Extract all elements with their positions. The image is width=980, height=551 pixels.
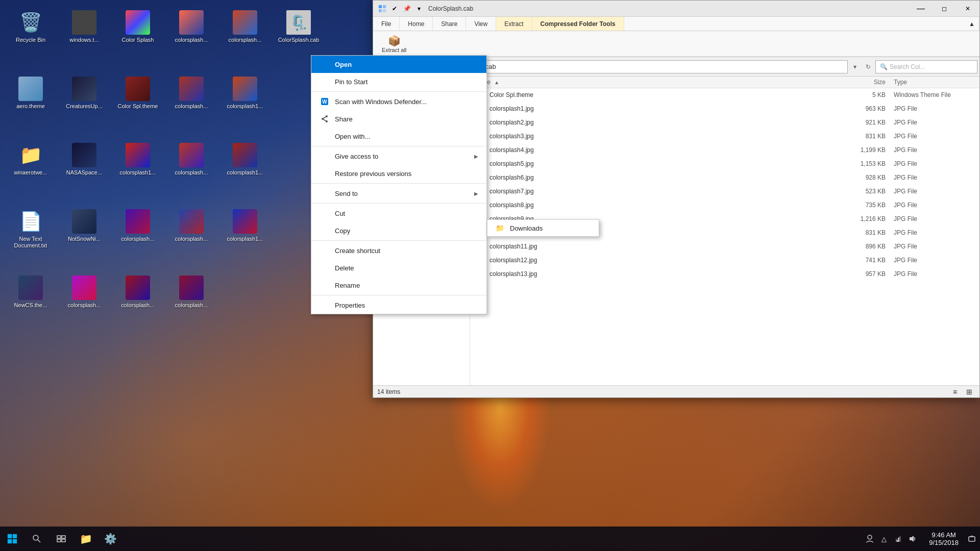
desktop-icon-cs12[interactable]: colorsplash... — [112, 270, 163, 337]
desktop-icon-new-text[interactable]: 📄 New Text Document.txt — [5, 204, 56, 270]
file-item[interactable]: 🎭 Color Spl.theme 5 KB Windows Theme Fil… — [470, 88, 979, 102]
file-item[interactable]: 🖼️ colorsplash13.jpg 957 KB JPG File — [470, 267, 979, 281]
cs6-label: colorsplash... — [175, 169, 208, 176]
ctx-pin-to-start[interactable]: Pin to Start — [311, 73, 486, 90]
desktop-icon-colorsplash1[interactable]: colorsplash... — [166, 5, 217, 71]
tab-view[interactable]: View — [466, 17, 496, 31]
ctx-cut[interactable]: Cut — [311, 205, 486, 222]
maximize-button[interactable]: ◻ — [933, 1, 956, 17]
taskbar-search[interactable] — [24, 527, 49, 551]
desktop-icon-cs7[interactable]: colorsplash1... — [219, 138, 271, 204]
file-item[interactable]: 🖼️ colorsplash2.jpg 921 KB JPG File — [470, 116, 979, 130]
ctx-properties[interactable]: Properties — [311, 296, 486, 314]
ribbon-chevron[interactable]: ▲ — [965, 17, 979, 31]
ctx-give-access-arrow: ▶ — [474, 154, 478, 159]
file-item[interactable]: 🖼️ colorsplash7.jpg 523 KB JPG File — [470, 185, 979, 198]
taskbar-network-icon[interactable] — [891, 529, 905, 549]
file-item[interactable]: 🖼️ colorsplash5.jpg 1,153 KB JPG File — [470, 157, 979, 171]
recycle-bin-icon: 🗑️ — [18, 10, 43, 35]
file-name: colorsplash12.jpg — [489, 257, 843, 264]
desktop-icon-color-spl[interactable]: Color Spl.theme — [112, 71, 163, 138]
desktop-icon-recycle-bin[interactable]: 🗑️ Recycle Bin — [5, 5, 56, 71]
taskbar-task-view[interactable] — [49, 527, 74, 551]
ctx-restore[interactable]: Restore previous versions — [311, 165, 486, 182]
newcs-label: NewCS.the... — [14, 302, 47, 309]
send-to-downloads[interactable]: 📁 Downloads — [487, 220, 599, 236]
ctx-open-with[interactable]: Open with... — [311, 128, 486, 145]
ctx-create-shortcut[interactable]: Create shortcut — [311, 242, 486, 259]
taskbar-show-hidden-icon[interactable]: △ — [877, 529, 891, 549]
svg-rect-25 — [899, 537, 900, 542]
tab-extract[interactable]: Extract — [496, 17, 532, 31]
file-item[interactable]: 🖼️ colorsplash6.jpg 928 KB JPG File — [470, 171, 979, 185]
cs11-label: colorsplash... — [68, 302, 101, 309]
desktop-icon-cs11[interactable]: colorsplash... — [59, 270, 110, 337]
file-type: JPG File — [894, 160, 975, 167]
start-button[interactable] — [0, 527, 24, 551]
col-name-header[interactable]: Name ▲ — [474, 79, 843, 86]
ctx-share[interactable]: Share — [311, 110, 486, 128]
desktop-icon-nasa[interactable]: NASASpace... — [59, 138, 110, 204]
cs4-label: colorsplash1... — [227, 103, 263, 110]
col-type-header[interactable]: Type — [894, 79, 975, 86]
desktop-icon-cs10[interactable]: colorsplash1... — [219, 204, 271, 270]
ctx-open[interactable]: Open — [311, 56, 486, 73]
ctx-give-access-label: Give access to — [335, 153, 469, 160]
desktop-icon-cs13[interactable]: colorsplash... — [166, 270, 217, 337]
ctx-send-to[interactable]: Send to ▶ — [311, 185, 486, 202]
desktop-icon-not-snow[interactable]: NotSnowNi... — [59, 204, 110, 270]
desktop-icon-cs3[interactable]: colorsplash... — [166, 71, 217, 138]
taskbar-people-icon[interactable] — [863, 529, 877, 549]
cab-icon: 🗜️ — [286, 10, 311, 35]
desktop-icon-aero[interactable]: aero.theme — [5, 71, 56, 138]
file-type: Windows Theme File — [894, 91, 975, 98]
file-size: 523 KB — [843, 188, 894, 195]
ctx-delete[interactable]: Delete — [311, 259, 486, 277]
tab-share[interactable]: Share — [433, 17, 466, 31]
svg-text:W: W — [322, 99, 327, 105]
desktop-icon-winaerotwe[interactable]: 📁 winaerotwe... — [5, 138, 56, 204]
ctx-copy[interactable]: Copy — [311, 222, 486, 239]
ribbon-extract-all[interactable]: 📦 Extract all — [377, 32, 411, 56]
desktop-icon-newcs[interactable]: NewCS.the... — [5, 270, 56, 337]
file-size: 1,216 KB — [843, 215, 894, 222]
desktop-icon-cs4[interactable]: colorsplash1... — [219, 71, 271, 138]
nav-icon[interactable]: ▾ — [414, 4, 424, 14]
addr-chevron[interactable]: ▾ — [849, 60, 861, 73]
desktop-icon-color-splash[interactable]: Color Splash — [112, 5, 163, 71]
close-button[interactable]: ✕ — [956, 1, 979, 17]
details-view-button[interactable]: ≡ — [949, 387, 961, 397]
tab-home[interactable]: Home — [400, 17, 433, 31]
desktop-icon-cs5[interactable]: colorsplash1... — [112, 138, 163, 204]
desktop-icon-cs9[interactable]: colorsplash... — [166, 204, 217, 270]
desktop-icon-creatures[interactable]: CreaturesUp... — [59, 71, 110, 138]
search-box[interactable]: 🔍 Search Col... — [875, 60, 977, 73]
ctx-give-access[interactable]: Give access to ▶ — [311, 147, 486, 165]
ctx-copy-label: Copy — [335, 227, 478, 235]
file-item[interactable]: 🖼️ colorsplash4.jpg 1,199 KB JPG File — [470, 143, 979, 157]
tab-compressed-tools[interactable]: Compressed Folder Tools — [532, 17, 624, 31]
taskbar-settings[interactable]: ⚙️ — [98, 527, 122, 551]
file-size: 928 KB — [843, 174, 894, 181]
file-item[interactable]: 🖼️ colorsplash1.jpg 963 KB JPG File — [470, 102, 979, 116]
minimize-button[interactable]: — — [909, 1, 933, 17]
col-size-header[interactable]: Size — [843, 79, 894, 86]
desktop-icon-cs6[interactable]: colorsplash... — [166, 138, 217, 204]
file-item[interactable]: 🖼️ colorsplash3.jpg 831 KB JPG File — [470, 130, 979, 143]
desktop-icon-cs8[interactable]: colorsplash... — [112, 204, 163, 270]
taskbar-clock[interactable]: 9:46 AM 9/15/2018 — [924, 527, 964, 551]
desktop-icon-windows-t[interactable]: windows.t... — [59, 5, 110, 71]
tab-file[interactable]: File — [373, 17, 400, 31]
address-path[interactable]: 🖥 › ColorSplash.cab — [428, 60, 848, 73]
file-item[interactable]: 🖼️ colorsplash11.jpg 896 KB JPG File — [470, 240, 979, 254]
taskbar-notification[interactable] — [964, 527, 980, 551]
taskbar-file-explorer[interactable]: 📁 — [74, 527, 98, 551]
ctx-rename[interactable]: Rename — [311, 277, 486, 294]
ctx-scan[interactable]: W Scan with Windows Defender... — [311, 93, 486, 110]
file-item[interactable]: 🖼️ colorsplash8.jpg 735 KB JPG File — [470, 198, 979, 212]
desktop-icon-colorsplash2[interactable]: colorsplash... — [219, 5, 271, 71]
file-item[interactable]: 🖼️ colorsplash12.jpg 741 KB JPG File — [470, 254, 979, 267]
refresh-button[interactable]: ↻ — [862, 60, 874, 73]
taskbar-volume-icon[interactable] — [905, 529, 920, 549]
large-icons-view-button[interactable]: ⊞ — [963, 387, 975, 397]
